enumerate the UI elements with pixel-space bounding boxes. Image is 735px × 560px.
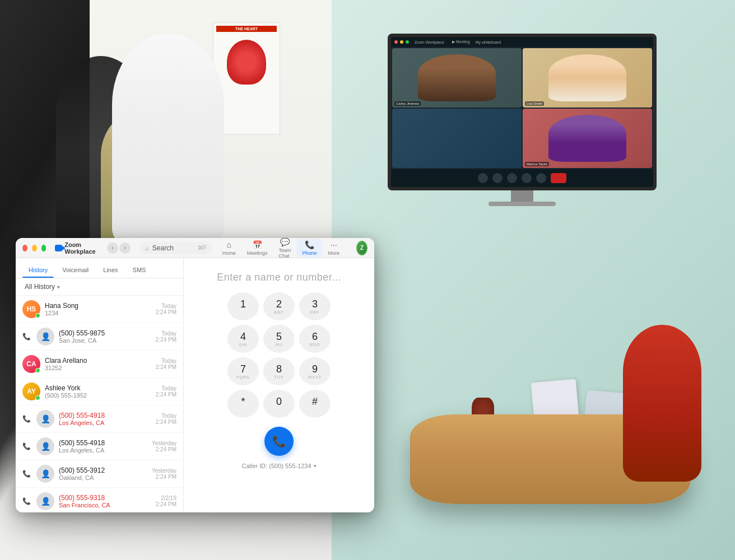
window-minimize-button[interactable] [32, 245, 37, 251]
dial-num-8: 8 [276, 364, 282, 374]
dial-button-6[interactable]: 6 MNO [299, 325, 331, 353]
dial-num-7: 7 [240, 364, 246, 374]
call-hour: 2:24 PM [152, 474, 176, 480]
call-hour: 2:24 PM [156, 419, 176, 425]
call-hour: 2:24 PM [156, 501, 176, 507]
tab-history[interactable]: History [22, 263, 54, 278]
participant-avatar-1 [418, 54, 496, 102]
caller-detail: Oakland, CA [59, 474, 147, 481]
nav-item-meetings[interactable]: 📅 Meetings [241, 239, 273, 257]
caller-name: Clara Arellano [45, 357, 151, 365]
call-time: Yesterday 2:24 PM [152, 468, 176, 480]
window-maximize-button[interactable] [41, 245, 46, 251]
user-avatar[interactable]: Z [356, 241, 368, 255]
caller-name: (500) 555-9875 [59, 329, 151, 337]
avatar: CA [22, 355, 40, 373]
nav-item-home[interactable]: ⌂ Home [217, 239, 241, 257]
zoom-tv-header: Zoom Workplace ▶ Meeting My whiteboard [391, 37, 653, 47]
participant-name-3: Marcus Taylor [525, 162, 549, 166]
dial-num-2: 2 [276, 299, 282, 309]
tab-lines[interactable]: Lines [97, 263, 124, 278]
search-bar[interactable]: ⌕ Search ⌘F [139, 242, 212, 254]
window-close-button[interactable] [22, 245, 27, 251]
call-info: Clara Arellano 31252 [45, 357, 151, 371]
title-bar: Zoom Workplace ‹ › ⌕ Search ⌘F ⌂ Home 📅 … [16, 238, 374, 258]
dial-button-5[interactable]: 5 JKL [263, 325, 295, 353]
call-item[interactable]: 📞 👤 (500) 555-4918 Los Angeles, CA Today… [16, 405, 183, 433]
caller-detail: 31252 [45, 365, 151, 371]
call-item[interactable]: 📞 👤 (500) 555-4918 Los Angeles, CA Yeste… [16, 433, 183, 460]
call-info: Ashlee York (500) 555-1952 [45, 384, 151, 399]
nav-item-more[interactable]: ··· More [322, 239, 345, 257]
nav-item-teamchat[interactable]: 💬 Team Chat [273, 238, 296, 260]
call-button[interactable]: 📞 [264, 427, 294, 456]
call-hour: 2:24 PM [156, 391, 176, 398]
tv-dot-red [394, 40, 398, 44]
caller-name: Ashlee York [45, 384, 151, 392]
call-date: Today [156, 330, 176, 337]
call-button-icon: 📞 [272, 435, 286, 448]
dial-sub-7: PQRS [236, 375, 250, 379]
call-hour: 2:24 PM [156, 309, 176, 315]
number-input[interactable]: Enter a name or number... [193, 269, 365, 286]
search-label: Search [152, 244, 174, 252]
phone-content: History Voicemail Lines SMS All History … [16, 258, 374, 512]
teamchat-label: Team Chat [278, 248, 291, 259]
call-time: Yesterday 2:24 PM [152, 440, 176, 452]
conference-background: Zoom Workplace ▶ Meeting My whiteboard C… [332, 0, 735, 560]
nav-item-phone[interactable]: 📞 Phone [296, 239, 322, 257]
tab-voicemail[interactable]: Voicemail [56, 263, 95, 278]
nav-forward-button[interactable]: › [119, 242, 131, 254]
history-filter-dropdown[interactable]: All History ▾ [16, 278, 183, 296]
dial-button-8[interactable]: 8 TUV [263, 357, 295, 385]
caller-name: (500) 555-4918 [59, 439, 147, 447]
tv-dot-yellow [400, 40, 403, 44]
online-status-dot [35, 395, 40, 400]
search-icon: ⌕ [145, 245, 149, 251]
call-item[interactable]: 📞 👤 (500) 555-9875 San Jose, CA Today 2:… [16, 323, 183, 351]
dial-button-4[interactable]: 4 GHI [227, 325, 259, 353]
tv-ctrl-mute [478, 173, 488, 183]
tv-stand [511, 190, 533, 202]
phone-call-icon: 📞 [22, 442, 31, 450]
call-date: Today [156, 413, 176, 419]
dial-button-0[interactable]: 0 . [263, 390, 295, 418]
dialpad-grid: 1 2 ABC 3 DEF 4 GHI 5 JKL [227, 292, 331, 418]
call-time: Today 2:24 PM [156, 330, 176, 343]
dial-button-1[interactable]: 1 [227, 292, 259, 320]
filter-dropdown-arrow: ▾ [57, 284, 60, 290]
meetings-icon: 📅 [253, 240, 262, 249]
more-label: More [328, 250, 339, 256]
dial-button-7[interactable]: 7 PQRS [227, 357, 259, 385]
tv-mount: Zoom Workplace ▶ Meeting My whiteboard C… [388, 34, 657, 213]
call-item[interactable]: 📞 👤 (500) 555-3912 Oakland, CA Yesterday… [16, 460, 183, 488]
caller-detail: Los Angeles, CA [59, 447, 147, 454]
tab-sms[interactable]: SMS [127, 263, 152, 278]
call-item[interactable]: 📞 👤 (500) 555-9318 San Francisco, CA 2/2… [16, 488, 183, 512]
caller-id[interactable]: Caller ID: (500) 555-1234 ▾ [241, 463, 316, 469]
tv-screen: Zoom Workplace ▶ Meeting My whiteboard C… [388, 34, 657, 190]
call-list: HS Hana Song 1234 Today 2:24 PM 📞 � [16, 296, 183, 512]
call-button-container: 📞 [264, 427, 294, 456]
participant-avatar-2 [548, 54, 626, 102]
nav-back-button[interactable]: ‹ [107, 242, 118, 254]
call-item[interactable]: AY Ashlee York (500) 555-1952 Today 2:24… [16, 378, 183, 405]
online-status-dot [35, 313, 40, 318]
call-time: Today 2:24 PM [156, 385, 176, 398]
dial-button-hash[interactable]: # [299, 390, 331, 418]
caller-id-dropdown-arrow: ▾ [314, 463, 317, 469]
caller-detail: San Jose, CA [59, 337, 151, 344]
call-date: Today [156, 303, 176, 309]
dial-button-2[interactable]: 2 ABC [263, 292, 295, 320]
history-filter-label: All History [25, 283, 55, 291]
tv-participants-grid: Carlos Jiménez Lisa Smith Marcus Taylor [391, 47, 653, 169]
tv-base [489, 202, 556, 206]
meetings-label: Meetings [247, 250, 268, 256]
tv-dot-green [406, 40, 409, 44]
call-item[interactable]: HS Hana Song 1234 Today 2:24 PM [16, 296, 183, 323]
dial-button-star[interactable]: * [227, 390, 259, 418]
call-date: Yesterday [152, 468, 176, 474]
dial-button-3[interactable]: 3 DEF [299, 292, 331, 320]
call-item[interactable]: CA Clara Arellano 31252 Today 2:24 PM [16, 351, 183, 378]
dial-button-9[interactable]: 9 WXYZ [299, 357, 331, 385]
